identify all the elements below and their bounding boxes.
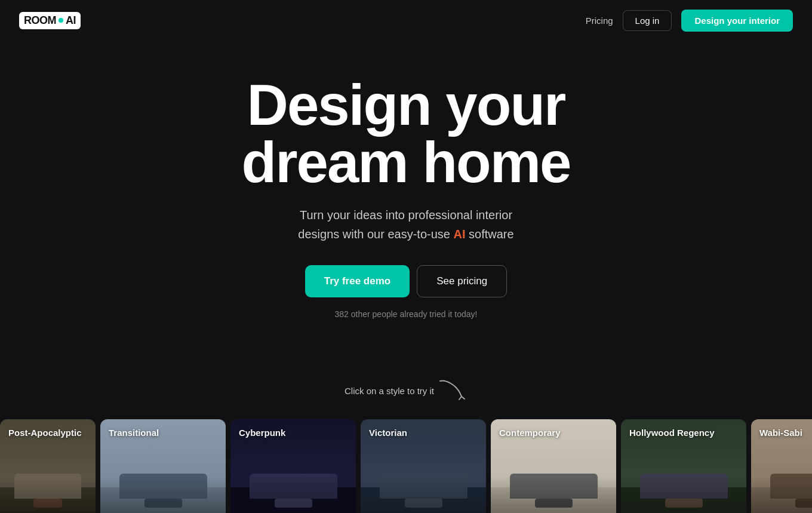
- ai-highlight: AI: [453, 228, 465, 241]
- style-label-contemporary: Contemporary: [499, 428, 561, 438]
- style-card-contemporary[interactable]: Contemporary: [491, 419, 616, 513]
- style-card-wabi-sabi[interactable]: Wabi-Sabi: [751, 419, 812, 513]
- see-pricing-button[interactable]: See pricing: [417, 265, 507, 297]
- design-interior-button[interactable]: Design your interior: [681, 10, 793, 32]
- hero-buttons: Try free demo See pricing: [12, 265, 800, 297]
- style-label-cyberpunk: Cyberpunk: [239, 428, 285, 438]
- style-label-hollywood-regency: Hollywood Regency: [629, 428, 715, 438]
- style-card-cyberpunk[interactable]: Cyberpunk: [230, 419, 356, 513]
- social-proof-text: 382 other people already tried it today!: [12, 309, 800, 319]
- logo[interactable]: ROOM AI: [19, 12, 81, 29]
- hero-section: Design your dream home Turn your ideas i…: [0, 41, 812, 343]
- navbar: ROOM AI Pricing Log in Design your inter…: [0, 0, 812, 41]
- style-label-post-apocalyptic: Post-Apocalyptic: [8, 428, 82, 438]
- try-demo-button[interactable]: Try free demo: [305, 265, 410, 297]
- style-label-transitional: Transitional: [109, 428, 159, 438]
- logo-ai-text: AI: [66, 14, 76, 27]
- style-label-victorian: Victorian: [369, 428, 407, 438]
- pricing-link[interactable]: Pricing: [586, 16, 613, 26]
- style-card-transitional[interactable]: Transitional: [100, 419, 226, 513]
- gallery-section: Click on a style to try it Post-Apocalyp…: [0, 379, 812, 513]
- hero-subtitle: Turn your ideas into professional interi…: [12, 205, 800, 244]
- arrow-icon: [439, 379, 467, 403]
- style-gallery: Post-Apocalyptic Transitional Cyberpunk: [0, 419, 812, 513]
- nav-right: Pricing Log in Design your interior: [586, 10, 793, 32]
- logo-dot: [59, 18, 63, 23]
- hero-title-line2: dream home: [242, 130, 571, 194]
- hero-title-line1: Design your: [247, 73, 565, 137]
- gallery-hint: Click on a style to try it: [0, 379, 812, 403]
- style-card-victorian[interactable]: Victorian: [361, 419, 486, 513]
- subtitle-after: software: [469, 228, 514, 241]
- style-card-hollywood-regency[interactable]: Hollywood Regency: [621, 419, 746, 513]
- style-card-post-apocalyptic[interactable]: Post-Apocalyptic: [0, 419, 96, 513]
- gallery-hint-text: Click on a style to try it: [345, 386, 434, 396]
- style-label-wabi-sabi: Wabi-Sabi: [759, 428, 802, 438]
- logo-text: ROOM: [24, 14, 56, 27]
- subtitle-middle: designs with our easy-to-use: [298, 228, 450, 241]
- login-button[interactable]: Log in: [623, 10, 672, 31]
- subtitle-before: Turn your ideas into professional interi…: [300, 208, 512, 222]
- hero-title: Design your dream home: [12, 76, 800, 191]
